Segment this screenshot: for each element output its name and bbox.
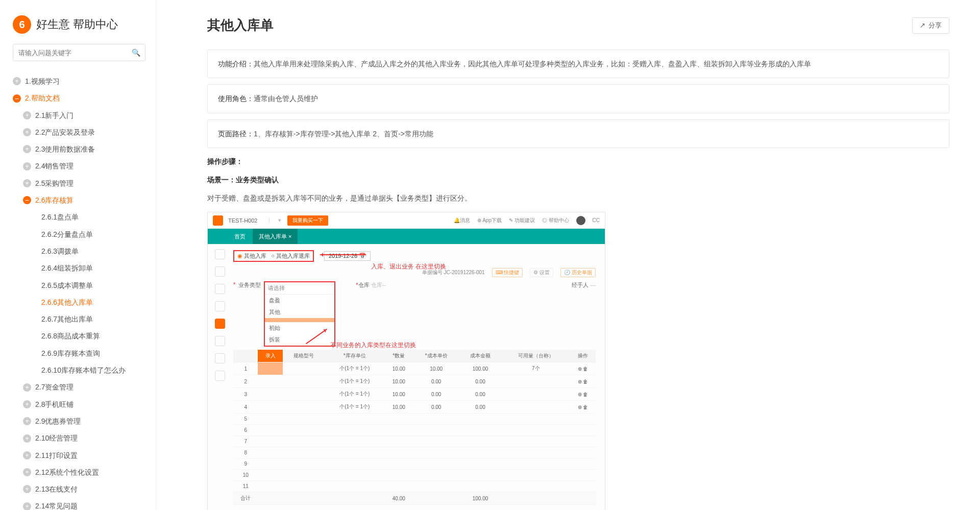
plus-icon: + — [23, 451, 31, 459]
nav-2-6-10[interactable]: 2.6.10库存账本错了怎么办 — [13, 361, 145, 378]
intro-box: 功能介绍：其他入库单用来处理除采购入库、产成品入库之外的其他入库业务，因此其他入… — [207, 50, 949, 78]
nav-2-14[interactable]: +2.14常见问题 — [13, 497, 145, 510]
plus-icon: + — [23, 383, 31, 392]
plus-icon: + — [13, 77, 21, 85]
share-button[interactable]: ↗分享 — [912, 17, 949, 34]
nav-2-3[interactable]: +2.3使用前数据准备 — [13, 140, 145, 157]
nav-2-11[interactable]: +2.11打印设置 — [13, 447, 145, 464]
plus-icon: + — [23, 417, 31, 425]
role-text: 通常由仓管人员维护 — [254, 94, 318, 103]
ss-date-field: 2019-12-26 📅 — [324, 251, 371, 261]
ss-left-rail — [213, 249, 227, 381]
nav-2-6-4[interactable]: 2.6.4组装拆卸单 — [13, 259, 145, 276]
brand-row: 6 好生意 帮助中心 — [13, 15, 145, 34]
nav-2-6-3[interactable]: 2.6.3调拨单 — [13, 242, 145, 259]
ss-chip-history: 🕘 历史单据 — [560, 268, 596, 277]
ss-chip-settings: ⚙ 设置 — [530, 268, 553, 277]
scene1-desc: 对于受赠、盘盈或是拆装入库等不同的业务，是通过单据头【业务类型】进行区分。 — [207, 192, 949, 205]
search-icon[interactable]: 🔍 — [132, 48, 140, 57]
main-content: 其他入库单 ↗分享 功能介绍：其他入库单用来处理除采购入库、产成品入库之外的其他… — [156, 0, 980, 510]
nav-2-6-8[interactable]: 2.6.8商品成本重算 — [13, 327, 145, 344]
ss-feedback-link: ✎ 功能建议 — [509, 217, 535, 224]
steps-heading: 操作步骤： — [207, 157, 949, 166]
plus-icon: + — [23, 485, 31, 493]
role-box: 使用角色：通常由仓管人员维护 — [207, 84, 949, 113]
share-icon: ↗ — [920, 21, 925, 29]
minus-icon: – — [13, 94, 21, 103]
plus-icon: + — [23, 128, 31, 136]
search-box: 🔍 — [13, 44, 145, 61]
role-label: 使用角色： — [218, 94, 254, 103]
nav-2-6-1[interactable]: 2.6.1盘点单 — [13, 208, 145, 225]
ss-tab-home: 首页 — [228, 229, 252, 244]
plus-icon: + — [23, 111, 31, 119]
ss-annotation-1: 入库、退出业务 在这里切换 — [371, 262, 446, 271]
nav-2-12[interactable]: +2.12系统个性化设置 — [13, 464, 145, 480]
brand-logo: 6 — [13, 15, 31, 34]
ss-avatar-icon — [576, 216, 585, 225]
ss-table: 录入规格型号*库存单位*数量*成本单价成本金额可用量（台称）操作 1个(1个 =… — [233, 350, 596, 505]
plus-icon: + — [23, 145, 31, 153]
ss-biztype-dropdown: 请选择 盘盈 其他 初始 拆装 — [264, 281, 335, 347]
path-label: 页面路径： — [218, 130, 254, 138]
embedded-screenshot: TEST-H002 ｜ ▾ 我要购买一下 🔔消息 ⊕ App下载 ✎ 功能建议 … — [207, 212, 605, 510]
nav-2-10[interactable]: +2.10经营管理 — [13, 429, 145, 446]
ss-buy-button: 我要购买一下 — [287, 215, 328, 226]
ss-tab-current: 其他入库单 × — [253, 229, 298, 244]
nav-2-13[interactable]: +2.13在线支付 — [13, 480, 145, 497]
nav-2-4[interactable]: +2.4销售管理 — [13, 157, 145, 174]
ss-help-link: ◎ 帮助中心 — [542, 217, 569, 224]
ss-logo-icon — [213, 215, 223, 226]
sidebar: 6 好生意 帮助中心 🔍 +1.视频学习 –2.帮助文档 +2.1新手入门 +2… — [0, 0, 156, 510]
plus-icon: + — [23, 162, 31, 171]
nav-2-6-9[interactable]: 2.6.9库存账本查询 — [13, 345, 145, 361]
nav-tree: +1.视频学习 –2.帮助文档 +2.1新手入门 +2.2产品安装及登录 +2.… — [13, 72, 145, 510]
path-box: 页面路径：1、库存核算->库存管理->其他入库单 2、首页->常用功能 — [207, 119, 949, 148]
ss-annotation-2: 不同业务的入库类型在这里切换 — [330, 341, 416, 350]
nav-2-1[interactable]: +2.1新手入门 — [13, 107, 145, 124]
ss-topbar: TEST-H002 ｜ ▾ 我要购买一下 🔔消息 ⊕ App下载 ✎ 功能建议 … — [208, 212, 605, 229]
nav-2-2[interactable]: +2.2产品安装及登录 — [13, 124, 145, 140]
nav-item-video[interactable]: +1.视频学习 — [13, 72, 145, 89]
search-input[interactable] — [13, 44, 145, 61]
scene1-title: 场景一：业务类型确认 — [207, 176, 949, 185]
ss-bell-icon: 🔔消息 — [454, 217, 470, 224]
brand-name: 好生意 帮助中心 — [36, 17, 118, 32]
ss-chip-shortcuts: ⌨ 快捷键 — [492, 268, 523, 277]
nav-2-5[interactable]: +2.5采购管理 — [13, 175, 145, 191]
ss-radio-group: ◉ 其他入库 ○ 其他入库退库 — [233, 250, 314, 262]
intro-label: 功能介绍： — [218, 60, 254, 68]
nav-2-8[interactable]: +2.8手机旺铺 — [13, 396, 145, 412]
nav-item-docs[interactable]: –2.帮助文档 — [13, 89, 145, 106]
minus-icon: – — [23, 196, 31, 204]
nav-2-7[interactable]: +2.7资金管理 — [13, 378, 145, 395]
nav-2-6-5[interactable]: 2.6.5成本调整单 — [13, 277, 145, 294]
plus-icon: + — [23, 502, 31, 510]
nav-2-6-6[interactable]: 2.6.6其他入库单 — [13, 294, 145, 310]
plus-icon: + — [23, 468, 31, 476]
plus-icon: + — [23, 434, 31, 443]
nav-2-9[interactable]: +2.9优惠券管理 — [13, 412, 145, 429]
page-title: 其他入库单 — [207, 16, 274, 34]
nav-2-6[interactable]: –2.6库存核算 — [13, 191, 145, 208]
ss-top-title: TEST-H002 — [228, 217, 257, 224]
ss-tabs: 首页 其他入库单 × — [208, 229, 605, 244]
ss-username: CC — [593, 217, 600, 223]
plus-icon: + — [23, 179, 31, 187]
ss-app-link: ⊕ App下载 — [477, 217, 502, 224]
plus-icon: + — [23, 400, 31, 408]
nav-2-6-7[interactable]: 2.6.7其他出库单 — [13, 310, 145, 327]
intro-text: 其他入库单用来处理除采购入库、产成品入库之外的其他入库业务，因此其他入库单可处理… — [254, 60, 811, 68]
nav-2-6-2[interactable]: 2.6.2分量盘点单 — [13, 226, 145, 242]
path-text: 1、库存核算->库存管理->其他入库单 2、首页->常用功能 — [254, 130, 433, 138]
